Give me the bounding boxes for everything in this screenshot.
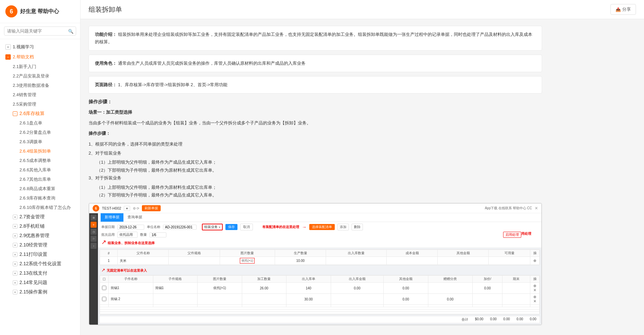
intro-text: 组装拆卸单用来处理企业组装或拆卸等加工业务，支持有固定装配清单的产品加工业务，也… [95,32,532,44]
sidebar-item-267[interactable]: 2.6.7其他出库单 [19,175,80,184]
th-inout: 出入库数量 [326,250,387,257]
top-bar: 组装拆卸单 📤 分享 [80,0,644,19]
mock-select[interactable]: ▾ [124,206,130,211]
sidebar-item-264[interactable]: 2.6.4组装拆卸单 [19,147,80,156]
total-val5: 0.00 [530,317,536,322]
sidebar-item-2[interactable]: − 2.帮助文档 [0,52,80,62]
scene1-desc: 当由多个子件材料组装成一个成品的业务为【组装】业务，当由一个父件拆分成多个子产品… [89,119,542,127]
mock-form-row1: 单据日期 单位名称 组装业务 ▾ 保存 [101,224,538,230]
expand-icon-213: + [13,271,17,276]
mock-select-bom-btn[interactable]: 选择装配清单 [309,224,335,230]
lower-table-row-3 [100,305,540,307]
mock-tab-new[interactable]: 新增单据 [101,213,123,222]
copy-icon-l1[interactable]: ⊕ [533,284,536,288]
mock-strip-icon-4[interactable]: ⚐ [91,236,97,242]
sidebar-item-215[interactable]: + 2.15操作案例 [13,287,80,297]
mock-dropdown-icon: ▾ [219,225,220,229]
lth-end: 期末 [502,276,530,283]
mock-strip-icon-1[interactable]: ⊞ [91,215,97,221]
td-cost [387,257,438,265]
lth-spec: 子件规格 [153,276,198,283]
ltd-op1[interactable]: ⊕ ✕ [530,283,540,294]
sidebar-item-27[interactable]: + 2.7资金管理 [13,212,80,222]
mock-close-icon[interactable]: ✕ [535,206,538,211]
mock-type-select[interactable]: 组装业务 ▾ [202,224,223,230]
mock-batch-input[interactable]: 依托品用 [117,232,138,238]
mock-panel: 新增单据 查询单据 单据日期 单位名称 [98,213,541,325]
sidebar-item-29[interactable]: + 2.9优惠券管理 [13,231,80,240]
sidebar-item-265[interactable]: 2.6.5成本调整单 [19,156,80,165]
sidebar-item-24[interactable]: 2.4销售管理 [13,90,80,100]
mock-date-input[interactable] [117,225,144,230]
page-title: 组装拆卸单 [89,5,122,14]
search-input[interactable] [4,26,76,36]
row-checkbox-1[interactable] [102,286,106,290]
sidebar-item-213[interactable]: + 2.13在线支付 [13,269,80,278]
copy-icon[interactable]: ⊕ [533,259,536,263]
share-button[interactable]: 📤 分享 [610,4,636,15]
ltd-op2[interactable]: ⊕ ✕ [530,294,540,305]
lower-table-row-4 [100,307,540,310]
td-img-box: 依托(×1) [240,258,255,264]
mock-strip-icon-3[interactable]: ◷ [91,229,97,235]
sidebar-item-268[interactable]: 2.6.8商品成本重算 [19,184,80,193]
ltd-chk2[interactable] [100,294,109,305]
sidebar-item-211[interactable]: + 2.11打印设置 [13,250,80,259]
th-seq: # [100,250,118,257]
td-op[interactable]: ⊕ [530,257,540,265]
logo-text: 好生意 帮助中心 [20,8,59,15]
table-row: 1 关米 依托(×1) 10.00 [100,257,540,265]
lth-img: 图片数量 [198,276,242,283]
copy-icon-l2[interactable]: ⊕ [533,295,536,299]
mock-left-strip: ⊞ ≡ ◷ ⚐ ↕ [89,213,98,325]
mock-strip-icon-2[interactable]: ≡ [91,222,97,228]
sidebar-item-1[interactable]: + 1.视频学习 [0,42,80,52]
mock-tab-query[interactable]: 查询单据 [123,213,146,222]
mock-refresh-btn[interactable]: 刷新单据 [142,205,161,211]
del-icon-l1[interactable]: ✕ [533,288,536,292]
sidebar-item-21[interactable]: 2.1新手入门 [13,62,80,71]
sidebar-item-25[interactable]: 2.5采购管理 [13,100,80,109]
lower-table-row-2: 筒锅 2 30.00 0.00 0.00 [100,294,540,305]
role-label: 使用角色： [95,61,117,66]
td-name: 关米 [118,257,169,265]
search-input-wrap[interactable]: 🔍 [4,26,76,36]
sidebar-item-262[interactable]: 2.6.2分量盘点单 [19,128,80,137]
sidebar-item-28[interactable]: + 2.8手机旺铺 [13,222,80,231]
logo-icon: 6 [5,5,17,17]
intro-block: 功能介绍： 组装拆卸单用来处理企业组装或拆卸等加工业务，支持有固定装配清单的产品… [89,26,542,51]
sidebar-item-214[interactable]: + 2.14常见问题 [13,278,80,287]
row-checkbox-2[interactable] [102,297,106,301]
sidebar-item-23[interactable]: 2.3使用前数据准备 [13,81,80,90]
sidebar-item-269[interactable]: 2.6.9库存账本查询 [19,193,80,203]
mock-enable-btn[interactable]: 启用处理 [503,232,521,238]
ltd-spec1: 筒锅1 [153,283,198,294]
sidebar-label-2: 2.帮助文档 [13,54,34,60]
ltd-chk1[interactable] [100,283,109,294]
sidebar-item-26[interactable]: − 2.6库存核算 [13,109,80,118]
total-val4: 0.00 [517,317,523,322]
mock-form-area: 单据日期 单位名称 组装业务 ▾ 保存 [98,222,541,248]
mock-del-btn[interactable]: 删除 [352,224,363,230]
mock-qty-input[interactable] [150,232,166,237]
sidebar-item-212[interactable]: + 2.12系统个性化设置 [13,259,80,269]
del-icon-l2[interactable]: ✕ [533,299,536,303]
mock-save-btn[interactable]: 保存 [225,224,237,230]
mock-doc-input[interactable] [163,225,197,230]
mock-add-row-btn[interactable]: 添加 [337,224,349,230]
sidebar-item-261[interactable]: 2.6.1盘点单 [19,118,80,128]
sidebar-item-22[interactable]: 2.2产品安装及登录 [13,71,80,81]
td-avail [489,257,530,265]
sidebar-label-29: 2.9优惠券管理 [19,233,49,239]
mock-strip-icon-5[interactable]: ↕ [91,243,97,249]
step3-sub1: （1）上部明细为父件明细，最终作为原材料生成其它出库单； [89,183,542,191]
expand-icon-212: + [13,262,17,266]
sidebar-item-2610[interactable]: 2.6.10库存账本错了怎么办 [19,203,80,212]
sidebar-item-263[interactable]: 2.6.3调拨单 [19,137,80,147]
content-area: 功能介绍： 组装拆卸单用来处理企业组装或拆卸等加工业务，支持有固定装配清单的产品… [80,19,550,335]
sidebar-item-266[interactable]: 2.6.6其他入库单 [19,165,80,175]
mock-tabs: 新增单据 查询单据 [98,213,541,222]
mock-cancel-btn[interactable]: 取消 [240,224,253,230]
sidebar-item-210[interactable]: + 2.10经营管理 [13,240,80,250]
ltd-class1 [428,283,473,294]
